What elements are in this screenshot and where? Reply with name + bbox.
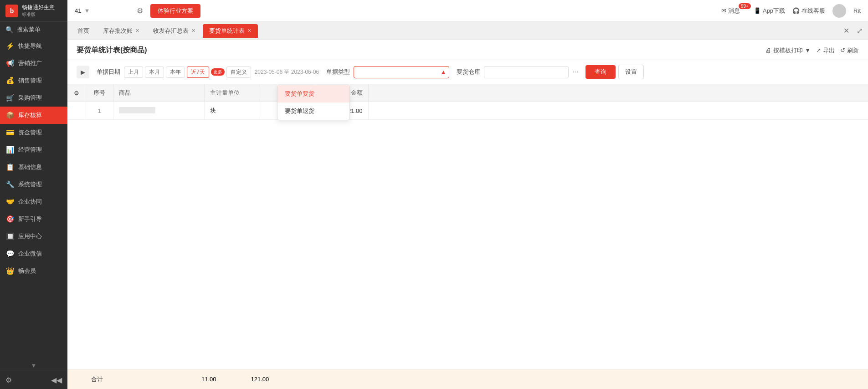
tab-requisition-stats-close[interactable]: ✕	[247, 28, 252, 33]
inventory-icon: 📦	[5, 111, 15, 119]
main-area: 41 ▼ ⚙ 体验行业方案 ✉ 消息 99+ 📱 App下载 🎧 在线客服 Ri…	[67, 0, 868, 389]
tab-home[interactable]: 首页	[71, 24, 96, 38]
page-header: 要货单统计表(按商品) 🖨 按模板打印 ▼ ↗ 导出 ↺ 刷新	[67, 40, 868, 60]
service-icon: 🎧	[792, 7, 800, 14]
type-filter-group: 单据类型 ▲	[326, 66, 449, 78]
td-goods	[113, 102, 204, 120]
tab-close-all-icon[interactable]: ✕	[842, 25, 851, 37]
filter-settings-button[interactable]: 设置	[618, 65, 644, 79]
sidebar-item-system[interactable]: 🔧 系统管理	[0, 176, 67, 193]
sidebar-item-marketing[interactable]: 📢 营销推广	[0, 55, 67, 72]
store-number: 41	[75, 7, 81, 14]
sidebar-item-weixin[interactable]: 💬 企业微信	[0, 245, 67, 262]
sidebar-nav: ⚡ 快捷导航 📢 营销推广 💰 销售管理 🛒 采购管理 📦 库存核算 💳 资金管…	[0, 37, 67, 360]
table-body: 1 块 11.00 121.00	[67, 102, 868, 120]
marketing-icon: 📢	[5, 59, 15, 67]
date-filter-group: 单据日期 上月 本月 本年 近7天 更多 自定义 2023-05-06 至 20…	[97, 67, 319, 78]
filter-more-btn[interactable]: ···	[572, 68, 578, 76]
sidebar-item-enterprise[interactable]: 🤝 企业协同	[0, 193, 67, 210]
sidebar-item-purchase[interactable]: 🛒 采购管理	[0, 89, 67, 107]
tab-sales-summary[interactable]: 收发存汇总表 ✕	[147, 24, 202, 38]
sidebar-item-shortcut[interactable]: ⚡ 快捷导航	[0, 37, 67, 55]
content-area: 要货单统计表(按商品) 🖨 按模板打印 ▼ ↗ 导出 ↺ 刷新	[67, 40, 868, 389]
tab-requisition-stats[interactable]: 要货单统计表 ✕	[203, 24, 258, 38]
system-icon: 🔧	[5, 180, 15, 189]
sidebar-item-guide[interactable]: 🎯 新手引导	[0, 210, 67, 228]
sidebar-search[interactable]: 🔍 搜索菜单	[0, 22, 67, 37]
td-unit: 块	[204, 102, 259, 120]
sidebar-item-appstore[interactable]: 🔲 应用中心	[0, 228, 67, 245]
date-btn-year[interactable]: 本年	[166, 67, 185, 78]
print-btn[interactable]: 🖨 按模板打印 ▼	[765, 46, 811, 55]
purchase-icon: 🛒	[5, 94, 15, 102]
topbar: 41 ▼ ⚙ 体验行业方案 ✉ 消息 99+ 📱 App下载 🎧 在线客服 Ri…	[67, 0, 868, 22]
avatar[interactable]	[832, 4, 846, 18]
messages-badge: 99+	[739, 3, 751, 9]
date-filter-label: 单据日期	[97, 68, 120, 76]
date-btn-week7[interactable]: 近7天	[187, 67, 209, 78]
date-more-badge[interactable]: 更多	[211, 68, 225, 76]
date-btn-up[interactable]: 上月	[124, 67, 143, 78]
col-unit: 主计量单位	[204, 84, 259, 102]
filter-actions: 查询 设置	[586, 65, 644, 79]
date-btn-custom[interactable]: 自定义	[226, 67, 251, 78]
date-range-text: 2023-05-06 至 2023-06-06	[255, 68, 319, 76]
filter-bar: ▶ 单据日期 上月 本月 本年 近7天 更多 自定义 2023-05-06 至 …	[67, 60, 868, 84]
type-dropdown-menu: 要货单要货 要货单退货	[277, 85, 350, 120]
td-no: 1	[86, 102, 113, 120]
store-selector[interactable]: 41 ▼	[75, 7, 129, 14]
page-title-row: 要货单统计表(按商品) 🖨 按模板打印 ▼ ↗ 导出 ↺ 刷新	[77, 46, 859, 55]
export-icon: ↗	[816, 47, 821, 54]
warehouse-input[interactable]	[484, 66, 569, 78]
filter-expand-btn[interactable]: ▶	[77, 66, 89, 78]
sidebar-item-finance[interactable]: 💳 资金管理	[0, 124, 67, 141]
tab-inventory-batch[interactable]: 库存批次账 ✕	[97, 24, 146, 38]
sidebar-item-sales[interactable]: 💰 销售管理	[0, 72, 67, 89]
online-service-btn[interactable]: 🎧 在线客服	[792, 7, 825, 15]
table-footer: 合计 11.00 121.00	[67, 369, 868, 389]
export-btn[interactable]: ↗ 导出	[816, 46, 835, 55]
col-extra	[368, 84, 868, 102]
shortcut-icon: ⚡	[5, 42, 15, 50]
sidebar-scroll-down[interactable]: ▼	[0, 360, 67, 371]
date-btns: 上月 本月 本年 近7天 更多 自定义	[124, 67, 251, 78]
sidebar-item-operation[interactable]: 📊 经营管理	[0, 141, 67, 159]
date-btn-current[interactable]: 本月	[145, 67, 164, 78]
weixin-icon: 💬	[5, 250, 15, 258]
data-table: ⚙ 序号 商品 主计量单位 主数量 零售金额 1	[67, 84, 868, 120]
td-empty	[67, 102, 86, 120]
topbar-settings-icon[interactable]: ⚙	[137, 6, 143, 15]
trial-button[interactable]: 体验行业方案	[150, 4, 200, 18]
collapse-icon[interactable]: ◀◀	[51, 376, 62, 384]
messages-label: 消息	[728, 7, 740, 15]
type-dropdown-arrow[interactable]: ▲	[438, 69, 449, 75]
table-area: ⚙ 序号 商品 主计量单位 主数量 零售金额 1	[67, 84, 868, 389]
dropdown-item-requisition-order[interactable]: 要货单要货	[277, 85, 349, 102]
footer-amount: 121.00	[251, 376, 269, 383]
type-select-wrapper[interactable]: ▲	[354, 66, 449, 78]
app-download-btn[interactable]: 📱 App下载	[754, 7, 785, 15]
sidebar-item-basic[interactable]: 📋 基础信息	[0, 159, 67, 176]
tabs-bar: 首页 库存批次账 ✕ 收发存汇总表 ✕ 要货单统计表 ✕ ✕ ⤢	[67, 22, 868, 40]
appstore-icon: 🔲	[5, 232, 15, 241]
refresh-icon: ↺	[840, 47, 845, 54]
sidebar: b 畅捷通好生意 标准版 🔍 搜索菜单 ⚡ 快捷导航 📢 营销推广 💰 销售管理…	[0, 0, 67, 389]
sidebar-item-inventory[interactable]: 📦 库存核算	[0, 107, 67, 124]
refresh-btn[interactable]: ↺ 刷新	[840, 46, 859, 55]
query-button[interactable]: 查询	[586, 65, 616, 79]
settings-icon[interactable]: ⚙	[5, 376, 12, 384]
tab-sales-summary-close[interactable]: ✕	[191, 28, 195, 33]
col-settings[interactable]: ⚙	[67, 84, 86, 102]
type-filter-label: 单据类型	[326, 68, 350, 76]
sidebar-logo: b 畅捷通好生意 标准版	[0, 0, 67, 22]
tab-inventory-batch-close[interactable]: ✕	[135, 28, 139, 33]
sidebar-item-member[interactable]: 👑 畅会员	[0, 262, 67, 280]
enterprise-icon: 🤝	[5, 198, 15, 206]
type-select-input[interactable]	[354, 67, 438, 78]
dropdown-item-requisition-return[interactable]: 要货单退货	[277, 102, 349, 120]
logo-icon: b	[5, 5, 18, 17]
operation-icon: 📊	[5, 146, 15, 154]
tab-expand-icon[interactable]: ⤢	[855, 25, 864, 37]
messages-btn[interactable]: ✉ 消息 99+	[721, 7, 746, 15]
col-goods: 商品	[113, 84, 204, 102]
